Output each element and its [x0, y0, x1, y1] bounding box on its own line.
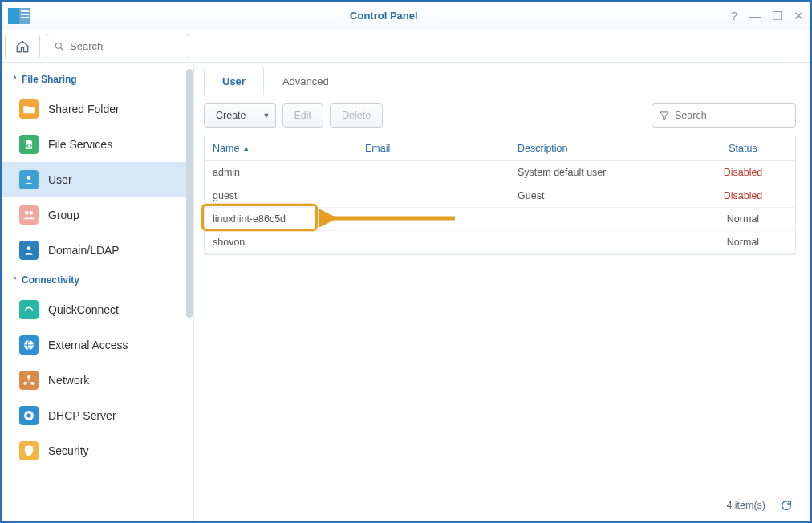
svg-rect-0 [8, 8, 19, 24]
sidebar-item-group[interactable]: Group [2, 197, 193, 233]
sidebar-item-label: User [48, 173, 72, 186]
item-count: 4 item(s) [726, 500, 765, 511]
tab-user[interactable]: User [204, 67, 264, 95]
cell-name: shovon [205, 231, 357, 253]
filter-input[interactable] [675, 110, 789, 121]
domain-icon [19, 241, 39, 260]
cell-status: Disabled [691, 161, 795, 184]
sidebar-item-domain-ldap[interactable]: Domain/LDAP [2, 233, 193, 268]
svg-line-6 [61, 47, 63, 50]
home-button[interactable] [5, 34, 40, 59]
svg-point-5 [55, 43, 61, 48]
cell-status: Normal [691, 208, 795, 230]
global-search-input[interactable] [70, 40, 182, 52]
topbar [2, 30, 810, 63]
sidebar-section-file-sharing[interactable]: ˄ File Sharing [2, 67, 193, 91]
window-title: Control Panel [37, 10, 731, 22]
search-icon [54, 41, 65, 52]
table-footer: 4 item(s) [204, 491, 796, 521]
chevron-down-icon: ▼ [263, 111, 270, 120]
table-row[interactable]: linuxhint-e86c5d Normal [205, 208, 795, 231]
sidebar-item-dhcp-server[interactable]: DHCP Server [2, 398, 193, 433]
sidebar-item-label: Shared Folder [48, 103, 120, 116]
cell-status: Normal [691, 231, 795, 253]
chevron-up-icon: ˄ [13, 276, 17, 285]
svg-point-7 [27, 176, 31, 180]
sidebar-item-label: DHCP Server [48, 409, 116, 422]
table-row[interactable]: shovon Normal [205, 231, 795, 254]
filter-icon [659, 110, 670, 121]
network-icon [19, 371, 39, 390]
svg-rect-4 [21, 17, 29, 18]
table-row[interactable]: guest Guest Disabled [205, 184, 795, 208]
minimize-button[interactable]: — [749, 9, 761, 22]
app-icon [8, 8, 30, 24]
cell-name: linuxhint-e86c5d [205, 208, 357, 230]
sidebar-item-label: Domain/LDAP [48, 244, 120, 257]
cell-email [357, 208, 510, 230]
create-button-group: Create ▼ [204, 103, 276, 128]
sidebar-item-user[interactable]: User [2, 162, 193, 197]
cell-name: admin [205, 161, 357, 184]
edit-button[interactable]: Edit [282, 103, 324, 128]
column-email[interactable]: Email [357, 136, 510, 160]
toolbar: Create ▼ Edit Delete [204, 95, 796, 136]
cell-status: Disabled [691, 184, 795, 207]
sidebar-item-label: File Services [48, 138, 112, 151]
titlebar: Control Panel ? — ☐ ✕ [2, 2, 810, 30]
help-button[interactable]: ? [731, 9, 737, 22]
group-icon [19, 205, 39, 225]
sidebar-item-file-services[interactable]: File Services [2, 127, 193, 162]
cell-description [510, 208, 691, 230]
sidebar: ˄ File Sharing Shared Folder File Servic… [2, 63, 194, 521]
column-label: Name [213, 143, 239, 154]
shield-icon [19, 441, 39, 460]
sidebar-item-security[interactable]: Security [2, 433, 193, 468]
section-label: Connectivity [22, 274, 79, 286]
refresh-button[interactable] [780, 499, 793, 512]
cell-description [510, 231, 691, 253]
tab-advanced[interactable]: Advanced [264, 67, 347, 95]
user-table: Name ▲ Email Description Status admin Sy… [204, 136, 796, 255]
svg-rect-2 [21, 10, 29, 12]
table-header: Name ▲ Email Description Status [205, 136, 795, 161]
folder-icon [19, 99, 39, 119]
cell-email [357, 161, 510, 184]
sidebar-item-label: Security [48, 444, 89, 457]
section-label: File Sharing [22, 74, 77, 85]
sidebar-item-label: QuickConnect [48, 303, 119, 316]
maximize-button[interactable]: ☐ [772, 9, 782, 23]
svg-point-12 [27, 375, 30, 379]
sidebar-item-external-access[interactable]: External Access [2, 327, 193, 363]
svg-rect-3 [21, 14, 29, 15]
create-button[interactable]: Create [204, 103, 258, 128]
sort-asc-icon: ▲ [242, 144, 250, 152]
global-search[interactable] [47, 34, 189, 59]
chevron-up-icon: ˄ [13, 75, 17, 84]
sidebar-item-label: External Access [48, 339, 128, 351]
sidebar-item-quickconnect[interactable]: QuickConnect [2, 292, 193, 327]
table-row[interactable]: admin System default user Disabled [205, 161, 795, 184]
file-services-icon [19, 135, 39, 154]
cell-email [357, 231, 510, 253]
dhcp-icon [19, 406, 39, 425]
column-status[interactable]: Status [691, 136, 795, 160]
close-button[interactable]: ✕ [794, 9, 804, 23]
sidebar-item-network[interactable]: Network [2, 363, 193, 398]
cell-description: Guest [510, 184, 691, 207]
user-icon [19, 170, 39, 189]
main-panel: User Advanced Create ▼ Edit Delete [194, 63, 810, 521]
cell-description: System default user [510, 161, 691, 184]
sidebar-scrollbar[interactable] [186, 69, 193, 318]
sidebar-section-connectivity[interactable]: ˄ Connectivity [2, 268, 193, 292]
svg-point-16 [26, 413, 30, 417]
filter-search[interactable] [652, 103, 796, 128]
create-dropdown-toggle[interactable]: ▼ [258, 103, 276, 128]
column-description[interactable]: Description [510, 136, 691, 160]
cell-name: guest [205, 184, 357, 207]
svg-point-8 [25, 211, 29, 215]
delete-button[interactable]: Delete [330, 103, 383, 128]
sidebar-item-shared-folder[interactable]: Shared Folder [2, 91, 193, 127]
column-name[interactable]: Name ▲ [205, 136, 357, 160]
sidebar-item-label: Network [48, 374, 89, 387]
